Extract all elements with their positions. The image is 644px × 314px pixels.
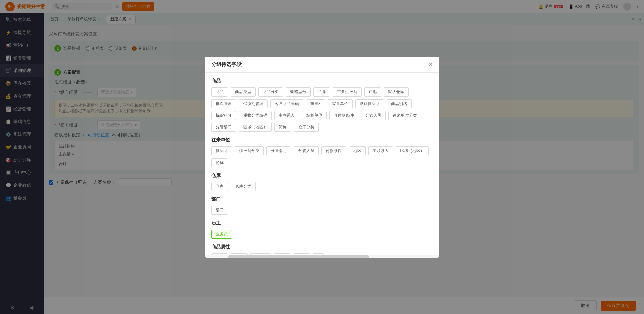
modal-section-title-5: 商品属性 bbox=[211, 244, 433, 250]
field-tag-1-6[interactable]: 主联系人 bbox=[368, 146, 393, 155]
field-tag-2-0[interactable]: 仓库 bbox=[211, 182, 228, 191]
modal-body: 商品商品商品类型商品分类规格型号品牌主要供应商产地默认仓库批次管理保质期管理客户… bbox=[205, 73, 439, 255]
field-tag-1-3[interactable]: 分管人员 bbox=[294, 146, 319, 155]
field-tag-1-4[interactable]: 付款条件 bbox=[321, 146, 346, 155]
field-tag-0-5[interactable]: 主要供应商 bbox=[333, 87, 362, 97]
modal-section-5: 商品属性属性颜色多规格尺码鞋码1 bbox=[211, 244, 433, 255]
field-tag-0-22[interactable]: 分管部门 bbox=[211, 123, 236, 132]
field-tag-0-3[interactable]: 规格型号 bbox=[286, 87, 311, 97]
field-tag-1-8[interactable]: 简称 bbox=[211, 158, 228, 167]
field-tag-4-0[interactable]: 业务员 bbox=[211, 230, 232, 239]
field-tag-0-2[interactable]: 商品分类 bbox=[258, 87, 283, 97]
field-tag-1-2[interactable]: 分管部门 bbox=[266, 146, 291, 155]
field-tag-0-10[interactable]: 客户商品编码 bbox=[270, 99, 303, 108]
field-tag-3-0[interactable]: 部门 bbox=[211, 206, 228, 215]
field-tag-0-13[interactable]: 默认供应商 bbox=[355, 99, 384, 108]
field-grid-4: 业务员 bbox=[211, 230, 433, 239]
modal-section-1: 往来单位供应商供应商分类分管部门分管人员付款条件地区主联系人区域（地区）简称 bbox=[211, 137, 433, 167]
field-tag-0-21[interactable]: 往来单位分类 bbox=[388, 111, 421, 120]
modal-section-title-2: 仓库 bbox=[211, 173, 433, 179]
scroll-thumb bbox=[228, 255, 369, 258]
modal-section-0: 商品商品商品类型商品分类规格型号品牌主要供应商产地默认仓库批次管理保质期管理客户… bbox=[211, 78, 433, 132]
field-tag-0-6[interactable]: 产地 bbox=[364, 87, 381, 97]
modal-section-title-1: 往来单位 bbox=[211, 137, 433, 143]
field-tag-0-25[interactable]: 仓库分类 bbox=[294, 123, 319, 132]
modal-close-button[interactable]: ✕ bbox=[428, 61, 433, 68]
field-grid-0: 商品商品类型商品分类规格型号品牌主要供应商产地默认仓库批次管理保质期管理客户商品… bbox=[211, 87, 433, 132]
field-tag-0-15[interactable]: 拣货积分 bbox=[211, 111, 236, 120]
field-tag-0-11[interactable]: 重量3 bbox=[306, 99, 325, 108]
field-tag-0-19[interactable]: 收付款条件 bbox=[329, 111, 358, 120]
field-tag-0-12[interactable]: 零售单位 bbox=[328, 99, 353, 108]
modal-section-title-4: 员工 bbox=[211, 220, 433, 226]
field-tag-0-14[interactable]: 商品别名 bbox=[387, 99, 412, 108]
field-tag-0-7[interactable]: 默认仓库 bbox=[384, 87, 409, 97]
field-tag-0-4[interactable]: 品牌 bbox=[313, 87, 330, 97]
field-tag-1-1[interactable]: 供应商分类 bbox=[235, 146, 264, 155]
modal-header: 分组待选字段 ✕ bbox=[205, 57, 439, 73]
field-tag-0-23[interactable]: 区域（地区） bbox=[239, 123, 272, 132]
field-tag-0-0[interactable]: 商品 bbox=[211, 87, 228, 97]
field-tag-1-0[interactable]: 供应商 bbox=[211, 146, 232, 155]
field-tag-0-20[interactable]: 分管人员 bbox=[361, 111, 386, 120]
field-tag-0-1[interactable]: 商品类型 bbox=[231, 87, 256, 97]
field-tag-2-1[interactable]: 仓库分类 bbox=[231, 182, 256, 191]
modal-scrollbar-x[interactable] bbox=[205, 255, 439, 258]
modal-overlay[interactable]: 分组待选字段 ✕ 商品商品商品类型商品分类规格型号品牌主要供应商产地默认仓库批次… bbox=[0, 0, 644, 314]
modal: 分组待选字段 ✕ 商品商品商品类型商品分类规格型号品牌主要供应商产地默认仓库批次… bbox=[205, 57, 439, 258]
modal-section-title-3: 部门 bbox=[211, 196, 433, 202]
modal-section-3: 部门部门 bbox=[211, 196, 433, 215]
modal-section-2: 仓库仓库仓库分类 bbox=[211, 173, 433, 191]
field-tag-0-9[interactable]: 保质期管理 bbox=[239, 99, 268, 108]
field-tag-0-24[interactable]: 简称 bbox=[274, 123, 291, 132]
field-tag-1-5[interactable]: 地区 bbox=[349, 146, 366, 155]
field-grid-2: 仓库仓库分类 bbox=[211, 182, 433, 191]
field-grid-1: 供应商供应商分类分管部门分管人员付款条件地区主联系人区域（地区）简称 bbox=[211, 146, 433, 167]
modal-title: 分组待选字段 bbox=[211, 61, 241, 68]
field-tag-0-16[interactable]: 税收分类编码 bbox=[239, 111, 272, 120]
modal-section-title-0: 商品 bbox=[211, 78, 433, 84]
field-tag-1-7[interactable]: 区域（地区） bbox=[396, 146, 429, 155]
field-tag-0-18[interactable]: 结算单位 bbox=[302, 111, 327, 120]
field-grid-3: 部门 bbox=[211, 206, 433, 215]
field-tag-0-17[interactable]: 主联系人 bbox=[274, 111, 299, 120]
modal-section-4: 员工业务员 bbox=[211, 220, 433, 239]
field-tag-0-8[interactable]: 批次管理 bbox=[211, 99, 236, 108]
